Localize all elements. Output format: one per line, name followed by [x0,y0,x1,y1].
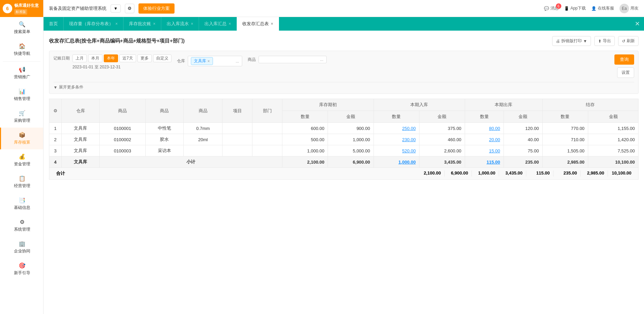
tabbar: 首页 现存量（库存分布表） × 库存批次账 × 出入库流水 × 出入库汇总 × … [44,17,644,31]
sidebar-item-marketing[interactable]: 📢 营销推广 [0,62,43,84]
sidebar-item-finance[interactable]: 💰 资金管理 [0,149,43,171]
date-btn-this-year[interactable]: 本年 [104,54,118,62]
cell-subtotal-close-amt: 10,100.00 [588,156,639,168]
warehouse-tag-close[interactable]: × [208,59,210,64]
app-download-action[interactable]: 📱 App下载 [564,5,586,11]
filter-settings-button[interactable]: 设置 [617,67,634,78]
sidebar-item-operations[interactable]: 📋 经营管理 [0,171,43,193]
tab-home[interactable]: 首页 [44,17,64,31]
export-icon: ⬆ [598,39,601,44]
message-action[interactable]: 💬 消息 6 [544,5,559,11]
expand-filter-button[interactable]: ▼ 展开更多条件 [53,82,634,90]
table-row: 1 文具库 0100001 中性笔 0.7mm 600.00 900.00 25… [49,123,639,134]
cell-in-qty[interactable]: 250.00 [374,123,419,134]
topbar-actions: 💬 消息 6 📱 App下载 👤 在线客服 Ea 用友 [544,4,639,13]
cell-subtotal-opening-amt: 6,900.00 [328,156,374,168]
warehouse-more[interactable]: ... [236,59,239,64]
cell-in-amt: 460.00 [419,134,465,145]
date-btn-custom[interactable]: 自定义 [153,54,171,62]
page-header: 收发存汇总表(按仓库+商品编码+商品+规格型号+项目+部门) 🖨 拆镜版打印 ▼… [49,36,639,46]
cell-subtotal-num: 4 [49,156,62,168]
footer-opening-amt: 6,900.00 [444,170,472,177]
sidebar-item-label: 经营管理 [14,183,30,189]
th-in-qty: 数量 [374,111,419,123]
cell-subtotal-out-qty[interactable]: 115.00 [465,156,504,168]
sidebar-item-label: 采购管理 [14,118,30,123]
sidebar-item-sales[interactable]: 📊 销售管理 [0,84,43,106]
basic-icon: 📑 [19,197,26,203]
refresh-button[interactable]: ↺ 刷新 [618,36,639,46]
table-row: 3 文具库 0100003 采访本 1,000.00 5,000.00 520.… [49,145,639,156]
cell-out-qty[interactable]: 80.00 [465,123,504,134]
date-btn-this-month[interactable]: 本月 [88,54,102,62]
system-select[interactable]: ▼ [111,4,121,13]
sidebar-item-purchase[interactable]: 🛒 采购管理 [0,106,43,128]
sidebar-item-inventory[interactable]: 📦 库存核算 [0,128,43,149]
product-more[interactable]: ... [320,57,324,62]
tab-close-inout-summary[interactable]: × [229,21,231,26]
cell-out-amt: 120.00 [503,123,542,134]
cell-subtotal-in-qty[interactable]: 1,000.00 [374,156,419,168]
cell-in-qty[interactable]: 520.00 [374,145,419,156]
th-settings[interactable]: ⚙ [49,99,62,123]
sidebar-item-label: 快捷导航 [14,51,30,56]
online-service-action[interactable]: 👤 在线客服 [591,5,614,11]
cell-out-amt: 75.00 [503,145,542,156]
refresh-icon: ↺ [622,39,625,44]
sidebar: 6 畅库通好生意 标准版 🔍 搜索菜单 🏠 快捷导航 📢 营销推广 📊 销售管理… [0,0,44,314]
tab-close-inout-flow[interactable]: × [191,21,193,26]
cell-in-qty[interactable]: 230.00 [374,134,419,145]
filter-date-row: 记账日期 上月 本月 本年 近7天 更多 自定义 [53,54,171,62]
query-button[interactable]: 查询 [614,54,634,65]
sidebar-item-basic[interactable]: 📑 基础信息 [0,193,43,215]
th-in-amt: 金额 [419,111,465,123]
date-btn-last-month[interactable]: 上月 [72,54,87,62]
th-group-out: 本期出库 [465,99,543,111]
cell-close-amt: 1,155.00 [588,123,639,134]
tab-batch[interactable]: 库存批次账 × [123,17,161,31]
th-out-amt: 金额 [503,111,542,123]
tab-inout-flow[interactable]: 出入库流水 × [161,17,199,31]
tab-inventory[interactable]: 现存量（库存分布表） × [64,17,123,31]
sidebar-item-search[interactable]: 🔍 搜索菜单 [0,17,43,39]
enterprise-icon: 🏢 [19,241,26,247]
cell-close-qty: 1,505.00 [542,145,588,156]
th-product-name: 商品 [145,99,183,123]
print-button[interactable]: 🖨 拆镜版打印 ▼ [552,36,591,46]
table-wrapper: ⚙ 仓库 商品 商品 商品 项目 部门 库存期初 本期入库 本期出库 结存 [49,99,639,180]
sidebar-item-system[interactable]: ⚙ 系统管理 [0,215,43,236]
message-badge: 6 [556,3,561,9]
date-btn-more[interactable]: 更多 [137,54,152,62]
date-btn-group: 上月 本月 本年 近7天 更多 自定义 [72,54,171,62]
filter-area: 记账日期 上月 本月 本年 近7天 更多 自定义 [49,51,639,94]
export-button[interactable]: ⬆ 导出 [594,36,615,46]
th-product-code: 商品 [100,99,145,123]
sidebar-item-enterprise[interactable]: 🏢 企业协同 [0,236,43,258]
tab-close-batch[interactable]: × [153,21,155,26]
tab-add-button[interactable]: ✕ [629,17,644,31]
inventory-icon: 📦 [19,132,26,138]
tab-inout-summary[interactable]: 出入库汇总 × [199,17,237,31]
sidebar-item-quick[interactable]: 🏠 快捷导航 [0,39,43,61]
sidebar-item-guide[interactable]: 🎯 新手引导 [0,258,43,280]
trial-button[interactable]: 体验行业方案 [138,3,175,14]
cell-out-qty[interactable]: 20.00 [465,134,504,145]
topbar-settings-button[interactable]: ⚙ [125,4,134,13]
print-icon: 🖨 [556,39,560,44]
cell-out-amt: 40.00 [503,134,542,145]
tab-close-inventory[interactable]: × [115,21,118,26]
th-close-qty: 数量 [542,111,588,123]
cell-out-qty[interactable]: 15.00 [465,145,504,156]
th-dept: 部门 [252,99,282,123]
tab-close-recv-summary[interactable]: × [271,21,273,26]
date-btn-7days[interactable]: 近7天 [119,54,136,62]
cell-subtotal-label: 小计 [100,156,282,168]
warehouse-input[interactable]: 文具库 × ... [188,56,242,66]
cell-dept [252,145,282,156]
tab-recv-summary[interactable]: 收发存汇总表 × [237,17,279,31]
purchase-icon: 🛒 [19,110,26,116]
cell-close-amt: 1,420.00 [588,134,639,145]
sidebar-item-label: 资金管理 [14,161,30,167]
user-action[interactable]: Ea 用友 [620,4,639,13]
product-input[interactable]: ... [259,56,327,63]
